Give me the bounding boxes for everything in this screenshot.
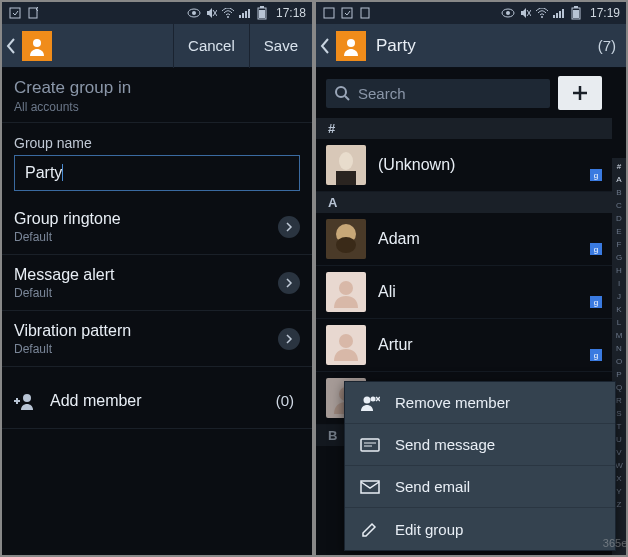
vibration-pattern-item[interactable]: Vibration pattern Default [2, 311, 312, 367]
group-ringtone-item[interactable]: Group ringtone Default [2, 199, 312, 255]
svg-point-3 [192, 11, 196, 15]
index-header-a: A [316, 192, 612, 213]
svg-point-27 [339, 281, 353, 295]
cancel-button[interactable]: Cancel [173, 24, 249, 68]
notification-icon [358, 6, 372, 20]
watermark: 365electric [603, 537, 626, 549]
content-area: Search # (Unknown) g A Adam g Ali g Artu… [316, 68, 626, 555]
svg-point-9 [23, 394, 31, 402]
svg-point-19 [347, 39, 355, 47]
edit-group-icon [359, 520, 381, 538]
google-badge-icon: g [590, 349, 602, 361]
signal-icon [238, 6, 252, 20]
back-button[interactable] [2, 24, 20, 68]
action-bar: Party (7) [316, 24, 626, 68]
contact-row[interactable]: Adam g [316, 213, 612, 266]
save-button[interactable]: Save [249, 24, 312, 68]
signal-icon [552, 6, 566, 20]
svg-point-20 [336, 87, 346, 97]
notification-icon [8, 6, 22, 20]
contact-row[interactable]: (Unknown) g [316, 139, 612, 192]
back-button[interactable] [316, 24, 334, 68]
svg-point-26 [336, 237, 356, 253]
wifi-icon [221, 6, 235, 20]
group-name-label: Group name [2, 127, 312, 155]
avatar [326, 145, 366, 185]
contacts-app-icon [336, 31, 366, 61]
chevron-right-icon [278, 272, 300, 294]
google-badge-icon: g [590, 296, 602, 308]
add-member-icon [14, 392, 36, 410]
chevron-right-icon [278, 328, 300, 350]
search-icon [334, 85, 350, 101]
send-email-icon [359, 480, 381, 494]
context-menu: Remove member Send message Send email Ed… [344, 381, 616, 551]
search-input[interactable]: Search [326, 79, 550, 108]
svg-rect-18 [573, 10, 579, 18]
svg-rect-0 [10, 8, 20, 18]
svg-rect-6 [260, 6, 264, 8]
contacts-app-icon [22, 31, 52, 61]
remove-member-icon [359, 395, 381, 411]
google-badge-icon: g [590, 243, 602, 255]
eye-icon [187, 6, 201, 20]
status-bar: 17:19 [316, 2, 626, 24]
phone-left: 17:18 Cancel Save Create group in All ac… [2, 2, 312, 555]
battery-icon [569, 6, 583, 20]
svg-rect-32 [361, 439, 379, 451]
section-subtitle: All accounts [2, 100, 312, 122]
svg-rect-11 [342, 8, 352, 18]
avatar [326, 219, 366, 259]
svg-point-15 [541, 16, 543, 18]
svg-rect-23 [336, 171, 356, 185]
svg-rect-10 [324, 8, 334, 18]
svg-point-30 [364, 396, 371, 403]
mute-icon [518, 6, 532, 20]
wifi-icon [535, 6, 549, 20]
svg-rect-7 [259, 10, 265, 18]
group-count: (7) [598, 37, 616, 54]
notification-icon [322, 6, 336, 20]
clock-text: 17:18 [276, 6, 306, 20]
phone-right: 17:19 Party (7) Search # (Unknown) g [316, 2, 626, 555]
send-message-icon [359, 438, 381, 452]
svg-point-31 [371, 396, 376, 401]
action-bar: Cancel Save [2, 24, 312, 68]
section-title: Create group in [2, 68, 312, 100]
svg-point-14 [506, 11, 510, 15]
menu-send-message[interactable]: Send message [345, 424, 615, 466]
group-name-input[interactable]: Party [14, 155, 300, 191]
menu-remove-member[interactable]: Remove member [345, 382, 615, 424]
chevron-right-icon [278, 216, 300, 238]
contact-row[interactable]: Ali g [316, 266, 612, 319]
svg-rect-33 [361, 481, 379, 493]
member-count: (0) [276, 392, 294, 409]
mute-icon [204, 6, 218, 20]
search-placeholder: Search [358, 85, 406, 102]
avatar-placeholder [326, 272, 366, 312]
svg-point-22 [339, 152, 353, 170]
clock-text: 17:19 [590, 6, 620, 20]
message-alert-item[interactable]: Message alert Default [2, 255, 312, 311]
svg-rect-12 [361, 8, 369, 18]
contact-row[interactable]: Artur g [316, 319, 612, 372]
notification-icon [340, 6, 354, 20]
index-header-hash: # [316, 118, 612, 139]
battery-icon [255, 6, 269, 20]
notification-icon [26, 6, 40, 20]
eye-icon [501, 6, 515, 20]
menu-send-email[interactable]: Send email [345, 466, 615, 508]
google-badge-icon: g [590, 169, 602, 181]
page-title: Party [376, 36, 416, 56]
svg-point-4 [227, 16, 229, 18]
svg-point-28 [339, 334, 353, 348]
add-button[interactable] [558, 76, 602, 110]
add-member-item[interactable]: Add member (0) [2, 373, 312, 429]
svg-point-8 [33, 39, 41, 47]
status-bar: 17:18 [2, 2, 312, 24]
avatar-placeholder [326, 325, 366, 365]
menu-edit-group[interactable]: Edit group [345, 508, 615, 550]
content-area: Create group in All accounts Group name … [2, 68, 312, 555]
svg-rect-17 [574, 6, 578, 8]
